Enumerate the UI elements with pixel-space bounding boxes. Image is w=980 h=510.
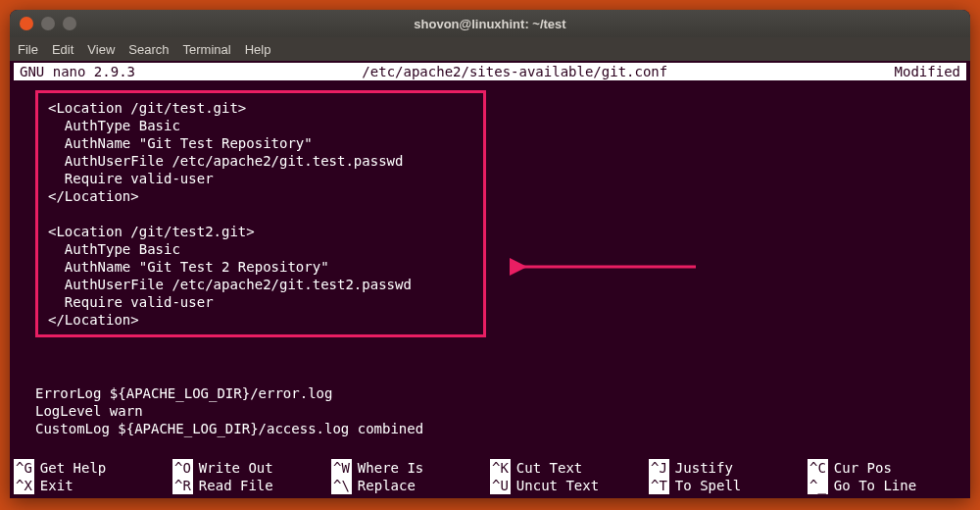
shortcut-label: Replace [358, 477, 416, 494]
code-line: ErrorLog ${APACHE_LOG_DIR}/error.log [35, 384, 966, 402]
key-label: ^J [649, 459, 669, 477]
key-label: ^C [808, 459, 828, 477]
shortcut-to-spell: ^TTo Spell [649, 477, 808, 494]
code-line: AuthType Basic [48, 240, 473, 258]
menu-terminal[interactable]: Terminal [183, 42, 231, 57]
shortcut-replace: ^\Replace [331, 477, 490, 494]
key-label: ^\ [331, 477, 352, 494]
shortcut-label: Exit [40, 477, 74, 494]
key-label: ^U [490, 477, 511, 494]
titlebar: shovon@linuxhint: ~/test [10, 10, 970, 37]
shortcut-cur-pos: ^CCur Pos [808, 459, 966, 477]
shortcut-label: Cut Text [516, 459, 582, 477]
shortcut-label: Where Is [358, 459, 423, 477]
shortcut-justify: ^JJustify [649, 459, 808, 477]
code-line [35, 367, 966, 384]
shortcut-label: Read File [199, 477, 273, 494]
highlight-box: <Location /git/test.git> AuthType Basic … [35, 90, 486, 337]
key-label: ^X [14, 477, 34, 494]
menubar: File Edit View Search Terminal Help [10, 37, 970, 61]
key-label: ^G [14, 459, 34, 477]
footer-row: ^GGet Help ^OWrite Out ^WWhere Is ^KCut … [14, 459, 966, 477]
menu-search[interactable]: Search [128, 42, 169, 57]
menu-view[interactable]: View [87, 42, 115, 57]
code-line: <Location /git/test2.git> [48, 223, 473, 240]
shortcut-write-out: ^OWrite Out [172, 459, 331, 477]
code-line: AuthName "Git Test Repository" [48, 134, 473, 152]
code-line [48, 205, 473, 223]
code-line: CustomLog ${APACHE_LOG_DIR}/access.log c… [35, 420, 966, 437]
shortcut-exit: ^XExit [14, 477, 172, 494]
shortcut-label: Justify [675, 459, 733, 477]
code-line [35, 349, 966, 367]
shortcut-label: Uncut Text [516, 477, 599, 494]
code-line: AuthUserFile /etc/apache2/git.test2.pass… [48, 276, 473, 293]
editor-content[interactable]: <Location /git/test.git> AuthType Basic … [14, 90, 966, 437]
code-line: Require valid-user [48, 293, 473, 311]
code-line: Require valid-user [48, 170, 473, 187]
key-label: ^_ [808, 477, 828, 494]
shortcut-label: Cur Pos [834, 459, 892, 477]
nano-footer: ^GGet Help ^OWrite Out ^WWhere Is ^KCut … [14, 459, 966, 494]
terminal-area[interactable]: GNU nano 2.9.3 /etc/apache2/sites-availa… [10, 61, 970, 498]
menu-edit[interactable]: Edit [52, 42, 74, 57]
nano-version: GNU nano 2.9.3 [14, 63, 135, 80]
key-label: ^W [331, 459, 352, 477]
shortcut-label: Get Help [40, 459, 106, 477]
code-line: </Location> [48, 311, 473, 329]
shortcut-get-help: ^GGet Help [14, 459, 172, 477]
code-line: LogLevel warn [35, 402, 966, 420]
key-label: ^K [490, 459, 511, 477]
code-line: AuthUserFile /etc/apache2/git.test.passw… [48, 152, 473, 170]
shortcut-where-is: ^WWhere Is [331, 459, 490, 477]
footer-row: ^XExit ^RRead File ^\Replace ^UUncut Tex… [14, 477, 966, 494]
nano-header: GNU nano 2.9.3 /etc/apache2/sites-availa… [14, 63, 966, 80]
code-line: </Location> [48, 187, 473, 205]
code-line: AuthName "Git Test 2 Repository" [48, 258, 473, 276]
shortcut-uncut-text: ^UUncut Text [490, 477, 649, 494]
window-title: shovon@linuxhint: ~/test [10, 17, 970, 31]
shortcut-label: Write Out [199, 459, 273, 477]
shortcut-read-file: ^RRead File [172, 477, 331, 494]
terminal-window: shovon@linuxhint: ~/test File Edit View … [10, 10, 970, 498]
nano-filepath: /etc/apache2/sites-available/git.conf [135, 63, 895, 80]
nano-status: Modified [895, 63, 966, 80]
key-label: ^O [172, 459, 193, 477]
menu-file[interactable]: File [18, 42, 38, 57]
shortcut-label: To Spell [675, 477, 741, 494]
code-line: AuthType Basic [48, 117, 473, 134]
shortcut-label: Go To Line [834, 477, 916, 494]
shortcut-go-to-line: ^_Go To Line [808, 477, 966, 494]
shortcut-cut-text: ^KCut Text [490, 459, 649, 477]
key-label: ^T [649, 477, 669, 494]
arrow-icon [510, 257, 706, 277]
code-line: <Location /git/test.git> [48, 99, 473, 117]
key-label: ^R [172, 477, 193, 494]
menu-help[interactable]: Help [245, 42, 271, 57]
